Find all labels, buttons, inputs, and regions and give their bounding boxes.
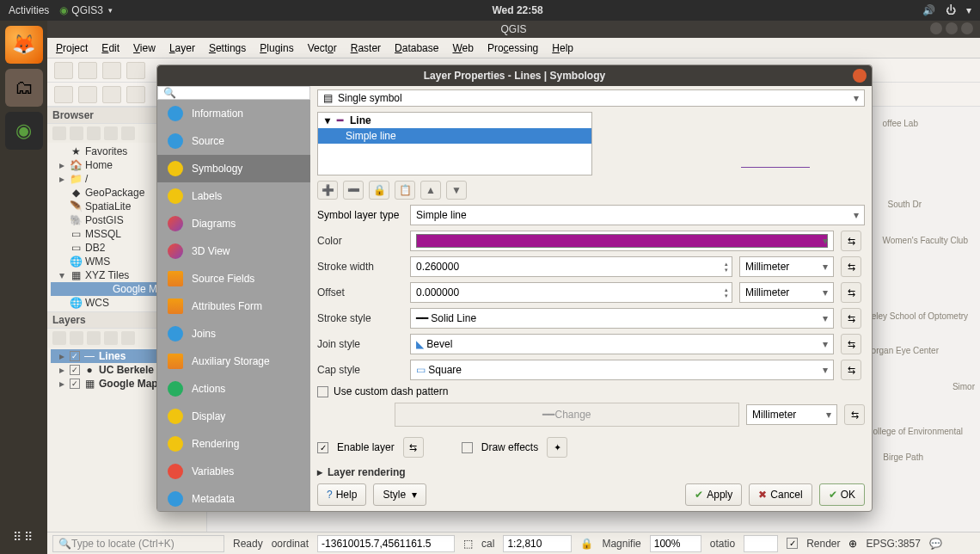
dash-unit-select[interactable]: Millimeter [746, 404, 837, 425]
status-messages-icon[interactable]: 💬 [929, 538, 942, 550]
lock-symbol-layer-button[interactable]: 🔒 [369, 181, 389, 200]
menu-settings[interactable]: Settings [209, 42, 246, 54]
dialog-nav-item-symbology[interactable]: Symbology [157, 155, 310, 182]
draw-effects-checkbox[interactable] [462, 442, 473, 453]
app-menu[interactable]: ◉ QGIS3 [59, 4, 113, 16]
dialog-nav-item-display[interactable]: Display [157, 403, 310, 430]
offset-dd-icon[interactable]: ⇆ [841, 282, 861, 303]
stroke-width-input[interactable]: 0.260000 [410, 256, 732, 277]
menu-raster[interactable]: Raster [351, 42, 381, 54]
menu-edit[interactable]: Edit [101, 42, 119, 54]
status-coord-field[interactable]: -13610015.7,4561161.5 [317, 535, 455, 552]
dialog-nav-item-auxiliary-storage[interactable]: Auxiliary Storage [157, 348, 310, 375]
cancel-button[interactable]: ✖Cancel [749, 483, 812, 506]
tb-pencil[interactable] [102, 86, 121, 103]
dialog-nav-item-variables[interactable]: Variables [157, 458, 310, 485]
dialog-nav-item-joins[interactable]: Joins [157, 320, 310, 348]
cap-style-select[interactable]: ▭ Square [410, 360, 834, 380]
launcher-qgis[interactable]: ◉ [5, 112, 43, 150]
status-extent-icon[interactable]: ⬚ [463, 538, 473, 550]
dash-dd-icon[interactable]: ⇆ [844, 404, 865, 425]
browser-add-icon[interactable] [52, 126, 66, 140]
menu-help[interactable]: Help [552, 42, 573, 54]
style-button[interactable]: Style ▾ [373, 483, 426, 506]
power-icon[interactable]: ⏻ [946, 4, 956, 16]
menu-database[interactable]: Database [395, 42, 438, 54]
tb-new[interactable] [54, 62, 73, 79]
join-style-dd-icon[interactable]: ⇆ [841, 334, 861, 354]
browser-collapse-icon[interactable] [104, 126, 118, 140]
symbol-tree-item-simple-line[interactable]: Simple line [318, 128, 591, 144]
layers-filter-icon[interactable] [70, 331, 83, 345]
status-epsg[interactable]: EPSG:3857 [866, 538, 920, 550]
tb-addrast[interactable] [78, 86, 97, 103]
clock[interactable]: Wed 22:58 [113, 4, 922, 16]
window-close-icon[interactable] [961, 22, 973, 34]
system-menu-icon[interactable]: ▾ [966, 4, 971, 16]
menu-processing[interactable]: Processing [487, 42, 538, 54]
stroke-width-unit-select[interactable]: Millimeter [739, 256, 834, 277]
offset-input[interactable]: 0.000000 [410, 282, 732, 303]
layers-eye-icon[interactable] [87, 331, 101, 345]
draw-effects-button[interactable]: ✦ [547, 437, 567, 458]
apply-button[interactable]: ✔Apply [685, 483, 742, 506]
dialog-nav-item-3d-view[interactable]: 3D View [157, 237, 310, 265]
status-rot-field[interactable] [744, 535, 778, 552]
launcher-firefox[interactable]: 🦊 [5, 26, 43, 64]
status-crs-icon[interactable]: ⊕ [848, 538, 857, 550]
window-min-icon[interactable] [930, 22, 942, 34]
dialog-nav-item-information[interactable]: Information [157, 100, 310, 127]
cap-style-dd-icon[interactable]: ⇆ [841, 360, 861, 380]
status-lock-icon[interactable]: 🔒 [580, 538, 593, 550]
color-dd-override-icon[interactable]: ⇆ [841, 231, 861, 251]
duplicate-symbol-layer-button[interactable]: 📋 [395, 181, 415, 200]
menu-vector[interactable]: Vector [308, 42, 337, 54]
dialog-nav-item-attributes-form[interactable]: Attributes Form [157, 292, 310, 320]
help-button[interactable]: ?Help [317, 483, 366, 506]
tb-saveas[interactable] [126, 62, 145, 79]
tb-more[interactable] [126, 86, 145, 103]
dash-pattern-checkbox[interactable] [317, 386, 328, 397]
browser-refresh-icon[interactable] [70, 126, 83, 140]
menu-web[interactable]: Web [452, 42, 473, 54]
status-scale-field[interactable]: 1:2,810 [503, 535, 572, 552]
remove-symbol-layer-button[interactable]: ➖ [343, 181, 364, 200]
offset-unit-select[interactable]: Millimeter [739, 282, 834, 303]
dialog-search-input[interactable]: 🔍 [157, 86, 310, 100]
dialog-nav-item-source[interactable]: Source [157, 127, 310, 155]
dialog-nav-item-source-fields[interactable]: Source Fields [157, 265, 310, 292]
layer-rendering-expander[interactable]: ▸Layer rendering [317, 466, 865, 478]
dialog-nav-item-diagrams[interactable]: Diagrams [157, 210, 310, 237]
activities-button[interactable]: Activities [9, 4, 49, 16]
launcher-apps-icon[interactable]: ⠿⠿ [13, 530, 35, 544]
ok-button[interactable]: ✔OK [819, 483, 865, 506]
sound-icon[interactable]: 🔊 [922, 4, 935, 16]
move-down-button[interactable]: ▼ [446, 181, 467, 200]
add-symbol-layer-button[interactable]: ➕ [317, 181, 338, 200]
layers-group-icon[interactable] [121, 331, 135, 345]
menu-project[interactable]: Project [56, 42, 88, 54]
tb-save[interactable] [102, 62, 121, 79]
dialog-nav-item-labels[interactable]: Labels [157, 182, 310, 210]
menu-layer[interactable]: Layer [169, 42, 195, 54]
menu-plugins[interactable]: Plugins [260, 42, 293, 54]
move-up-button[interactable]: ▲ [420, 181, 441, 200]
symbol-tree[interactable]: ▾━Line Simple line [317, 112, 592, 175]
status-mag-field[interactable]: 100% [650, 535, 701, 552]
stroke-width-dd-icon[interactable]: ⇆ [841, 256, 861, 277]
dash-change-button[interactable]: ━━ Change [395, 403, 739, 427]
color-button[interactable] [410, 231, 834, 251]
join-style-select[interactable]: ◣ Bevel [410, 334, 834, 354]
browser-filter-icon[interactable] [87, 126, 101, 140]
dialog-nav-item-rendering[interactable]: Rendering [157, 430, 310, 458]
menu-view[interactable]: View [133, 42, 156, 54]
symbol-layer-type-select[interactable]: Simple line [410, 205, 865, 225]
stroke-style-select[interactable]: ━━ Solid Line [410, 308, 834, 329]
tb-open[interactable] [78, 62, 97, 79]
enable-layer-dd-icon[interactable]: ⇆ [403, 437, 424, 458]
status-render-checkbox[interactable]: ✓ [787, 538, 798, 549]
launcher-files[interactable]: 🗂 [5, 69, 43, 107]
tb-addvec[interactable] [54, 86, 73, 103]
layers-style-icon[interactable] [52, 331, 66, 345]
enable-layer-checkbox[interactable]: ✓ [317, 442, 328, 453]
